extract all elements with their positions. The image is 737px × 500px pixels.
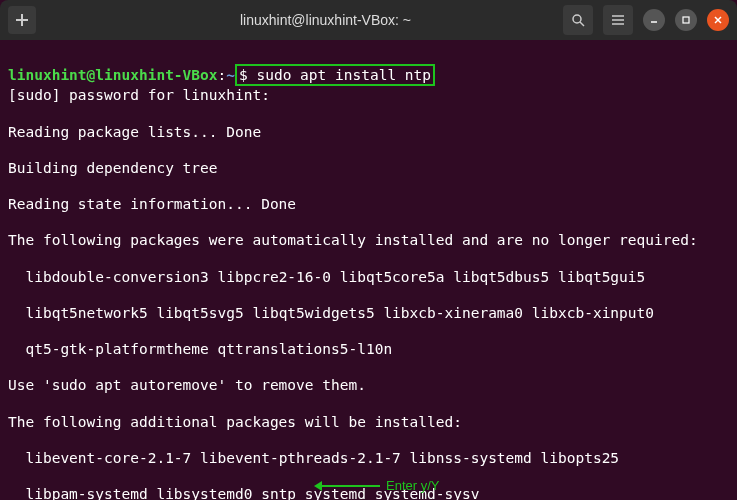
minimize-icon bbox=[649, 15, 659, 25]
svg-rect-6 bbox=[683, 17, 689, 23]
search-icon bbox=[571, 13, 585, 27]
output-line: Reading state information... Done bbox=[8, 195, 729, 213]
svg-point-0 bbox=[573, 15, 581, 23]
window-title: linuxhint@linuxhint-VBox: ~ bbox=[88, 12, 563, 28]
output-line: libevent-core-2.1-7 libevent-pthreads-2.… bbox=[8, 449, 729, 467]
close-icon bbox=[713, 15, 723, 25]
plus-icon bbox=[15, 13, 29, 27]
output-line: [sudo] password for linuxhint: bbox=[8, 86, 729, 104]
menu-button[interactable] bbox=[603, 5, 633, 35]
close-button[interactable] bbox=[707, 9, 729, 31]
annotation-label: Enter y/Y bbox=[386, 478, 439, 493]
new-tab-button[interactable] bbox=[8, 6, 36, 34]
arrow-head-icon bbox=[314, 481, 322, 491]
minimize-button[interactable] bbox=[643, 9, 665, 31]
window-titlebar: linuxhint@linuxhint-VBox: ~ bbox=[0, 0, 737, 40]
search-button[interactable] bbox=[563, 5, 593, 35]
output-line: Reading package lists... Done bbox=[8, 123, 729, 141]
svg-line-1 bbox=[580, 22, 584, 26]
output-line: Use 'sudo apt autoremove' to remove them… bbox=[8, 376, 729, 394]
output-line: Building dependency tree bbox=[8, 159, 729, 177]
output-line: qt5-gtk-platformtheme qttranslations5-l1… bbox=[8, 340, 729, 358]
arrow-line bbox=[320, 485, 380, 487]
maximize-icon bbox=[681, 15, 691, 25]
titlebar-right bbox=[563, 5, 729, 35]
prompt-user-host: linuxhint@linuxhint-VBox bbox=[8, 67, 218, 83]
output-line: The following packages were automaticall… bbox=[8, 231, 729, 249]
prompt-path: ~ bbox=[226, 67, 235, 83]
output-line: libqt5network5 libqt5svg5 libqt5widgets5… bbox=[8, 304, 729, 322]
output-line: The following additional packages will b… bbox=[8, 413, 729, 431]
hamburger-icon bbox=[611, 13, 625, 27]
maximize-button[interactable] bbox=[675, 9, 697, 31]
titlebar-left bbox=[8, 6, 88, 34]
prompt-symbol: $ bbox=[239, 67, 248, 83]
prompt-colon: : bbox=[218, 67, 227, 83]
annotation-arrow: Enter y/Y bbox=[320, 478, 439, 493]
terminal-body[interactable]: linuxhint@linuxhint-VBox:~$ sudo apt ins… bbox=[0, 40, 737, 500]
command-text: sudo apt install ntp bbox=[256, 67, 431, 83]
output-line: libdouble-conversion3 libpcre2-16-0 libq… bbox=[8, 268, 729, 286]
highlighted-command: $ sudo apt install ntp bbox=[235, 64, 435, 86]
